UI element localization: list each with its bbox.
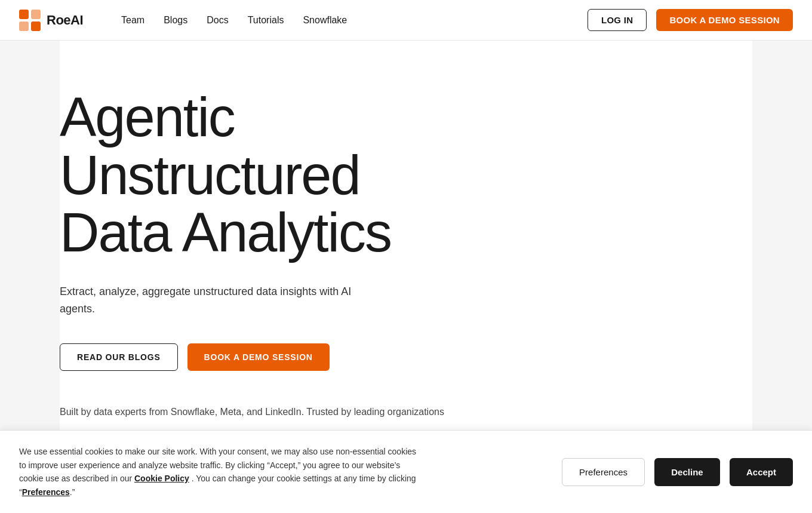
cookie-banner: We use essential cookies to make our sit… — [0, 430, 812, 513]
login-button[interactable]: LOG IN — [588, 9, 647, 31]
main-content: Agentic Unstructured Data Analytics Extr… — [0, 41, 812, 453]
hero-buttons: READ OUR BLOGS BOOK A DEMO SESSION — [60, 343, 752, 371]
svg-rect-0 — [19, 10, 29, 19]
hero-subtitle: Extract, analyze, aggregate unstructured… — [60, 283, 382, 318]
nav-tutorials[interactable]: Tutorials — [248, 15, 284, 26]
svg-rect-1 — [31, 10, 41, 19]
hero-section: Agentic Unstructured Data Analytics Extr… — [60, 41, 752, 453]
preferences-button[interactable]: Preferences — [562, 458, 645, 486]
accept-button[interactable]: Accept — [730, 458, 793, 486]
nav-left: RoeAI Team Blogs Docs Tutorials Snowflak… — [19, 10, 347, 31]
nav-team[interactable]: Team — [121, 15, 144, 26]
hero-title: Agentic Unstructured Data Analytics — [60, 88, 752, 262]
nav-links: Team Blogs Docs Tutorials Snowflake — [121, 15, 347, 26]
hero-title-line2: Unstructured — [60, 145, 360, 205]
logo-link[interactable]: RoeAI — [19, 10, 83, 31]
logo-icon — [19, 10, 41, 31]
cookie-buttons: Preferences Decline Accept — [562, 458, 793, 486]
nav-blogs[interactable]: Blogs — [164, 15, 187, 26]
nav-docs[interactable]: Docs — [207, 15, 228, 26]
cookie-preferences-inline-link[interactable]: Preferences — [22, 487, 70, 497]
book-demo-nav-button[interactable]: BOOK A DEMO SESSION — [656, 9, 793, 31]
book-demo-hero-button[interactable]: BOOK A DEMO SESSION — [187, 343, 330, 371]
svg-rect-2 — [19, 21, 29, 31]
nav-right: LOG IN BOOK A DEMO SESSION — [588, 9, 793, 31]
navbar: RoeAI Team Blogs Docs Tutorials Snowflak… — [0, 0, 812, 41]
logo-text: RoeAI — [47, 13, 83, 28]
decline-button[interactable]: Decline — [654, 458, 720, 486]
nav-snowflake[interactable]: Snowflake — [303, 15, 347, 26]
svg-rect-3 — [31, 21, 41, 31]
hero-title-line3: Data Analytics — [60, 202, 391, 263]
cookie-policy-link[interactable]: Cookie Policy — [134, 474, 189, 483]
hero-title-line1: Agentic — [60, 87, 235, 148]
cookie-text-close: .” — [70, 487, 75, 497]
cookie-text: We use essential cookies to make our sit… — [19, 445, 425, 499]
read-blogs-button[interactable]: READ OUR BLOGS — [60, 343, 178, 371]
built-by-text: Built by data experts from Snowflake, Me… — [60, 407, 752, 417]
